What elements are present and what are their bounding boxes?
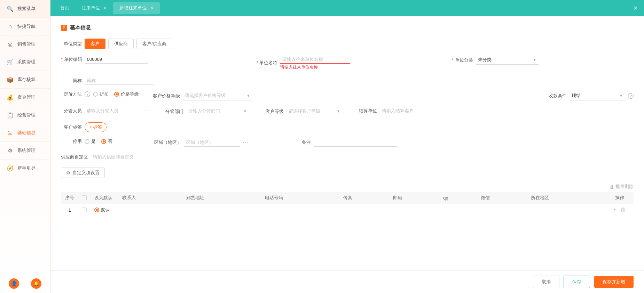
save-new-button[interactable]: 保存并新增 <box>594 276 634 288</box>
sidebar-item-quick-nav[interactable]: ⌂ 快捷导航 <box>0 18 50 35</box>
unit-name-input[interactable] <box>280 55 350 64</box>
tab-new-partner[interactable]: 新增往来单位 ✕ <box>113 2 160 14</box>
unit-category-select[interactable]: 未分类 ▼ <box>476 55 539 65</box>
select-all-checkbox[interactable] <box>82 195 87 200</box>
short-name-label: 简称 <box>61 78 82 84</box>
payment-terms-label: 收款条件 <box>546 93 567 99</box>
default-radio-circle[interactable] <box>94 207 99 212</box>
row-check <box>78 204 91 216</box>
manager-more-icon[interactable]: ··· <box>143 108 149 114</box>
price-level-chevron-icon: ▼ <box>246 93 250 98</box>
th-ops: 操作 <box>606 192 634 204</box>
footer: 取消 保存 保存并新增 <box>50 270 644 293</box>
th-seq: 序号 <box>61 192 78 204</box>
payment-terms-select[interactable]: 现结 ▼ <box>570 91 625 100</box>
remark-input[interactable] <box>314 138 397 147</box>
add-row-icon[interactable]: + <box>613 207 616 213</box>
user-avatar[interactable]: 👤 <box>9 278 19 289</box>
customer-price-level-select[interactable]: 请选择客户价格等级 ▼ <box>183 91 252 100</box>
custom-settings-button[interactable]: ⚙ 自定义项设置 <box>61 168 105 178</box>
default-radio-wrap: 默认 <box>94 207 115 213</box>
sidebar-item-basic[interactable]: 🗂 基础信息 <box>0 124 50 142</box>
tab-new-partner-close[interactable]: ✕ <box>150 6 154 10</box>
section-header: P 基本信息 <box>61 24 634 31</box>
row-checkbox[interactable] <box>82 207 87 212</box>
radio-price-level[interactable]: 价格等级 <box>114 91 139 97</box>
tab-partner-close[interactable]: ✕ <box>103 6 107 10</box>
delete-row-icon[interactable]: 🗑 <box>620 207 626 213</box>
unit-code-input[interactable] <box>85 55 148 64</box>
row-wechat <box>477 204 527 216</box>
remark-field: 备注 <box>290 138 397 147</box>
customer-level-select[interactable]: 请选择客户等级 ▼ <box>286 107 342 116</box>
customer-price-level-placeholder: 请选择客户价格等级 <box>185 92 226 99</box>
notification-icon[interactable]: 🔔 <box>31 278 41 289</box>
row-fax <box>340 204 390 216</box>
settlement-more-icon[interactable]: ··· <box>438 108 444 114</box>
sidebar-item-guide[interactable]: 🧭 新手引导 <box>0 160 50 177</box>
sidebar-label-system: 系统管理 <box>17 147 36 154</box>
sidebar-item-purchase[interactable]: 🛒 采购管理 <box>0 53 50 71</box>
sidebar-item-operation[interactable]: 📋 经营管理 <box>0 106 50 124</box>
sidebar-search[interactable]: 🔍 搜索菜单 <box>0 0 50 18</box>
unit-type-group: 客户 供应商 客户/供应商 <box>85 39 172 49</box>
tab-home[interactable]: 首页 <box>54 2 76 14</box>
disabled-radio-group: 是 否 <box>85 138 112 145</box>
unit-btn-both[interactable]: 客户/供应商 <box>136 39 172 49</box>
tab-new-partner-label: 新增往来单位 <box>119 5 147 11</box>
add-tag-button[interactable]: + 标签 <box>85 122 107 132</box>
manager-label: 分管人员 <box>61 108 82 114</box>
radio-discount[interactable]: 折扣 <box>93 91 109 97</box>
sidebar-item-inventory[interactable]: 📦 库存核算 <box>0 71 50 89</box>
settlement-input[interactable] <box>380 107 435 115</box>
supplier-custom-row: 供应商自定义 <box>61 153 634 161</box>
short-name-input[interactable] <box>85 76 154 85</box>
finance-icon: 💰 <box>6 93 14 101</box>
tab-partner[interactable]: 往来单位 ✕ <box>76 2 113 14</box>
sidebar-item-system[interactable]: ⚙ 系统管理 <box>0 142 50 160</box>
unit-name-label: 单位名称 <box>257 60 278 66</box>
form-content: P 基本信息 单位类型 客户 供应商 客户/供应商 单位编码 单位名称 <box>50 16 644 270</box>
cancel-button[interactable]: 取消 <box>533 276 559 288</box>
radio-yes[interactable]: 是 <box>85 138 96 145</box>
supplier-custom-field: 供应商自定义 <box>61 153 634 161</box>
unit-code-field: 单位编码 <box>61 55 243 64</box>
radio-yes-label: 是 <box>91 138 96 145</box>
pricing-method-field: 定价方法 ? 折扣 价格等级 <box>61 91 139 97</box>
custom-settings-label: 自定义项设置 <box>72 170 100 176</box>
radio-no-dot <box>103 140 105 143</box>
window-close-button[interactable]: ✕ <box>630 3 641 13</box>
manager-input[interactable] <box>85 107 140 115</box>
radio-price-level-label: 价格等级 <box>121 91 139 97</box>
section-title: 基本信息 <box>70 24 91 31</box>
contact-table: 序号 设为默认 联系人 到货地址 电话号码 <box>61 192 634 216</box>
sidebar-item-finance[interactable]: 💰 资金管理 <box>0 89 50 106</box>
sidebar-search-label: 搜索菜单 <box>17 6 36 12</box>
dept-label: 分管部门 <box>163 108 183 115</box>
region-input[interactable] <box>184 138 240 147</box>
row-email <box>390 204 440 216</box>
unit-name-field: 单位名称 请输入往来单位名称 <box>257 55 438 70</box>
payment-help-icon[interactable]: ? <box>628 93 634 99</box>
unit-btn-customer[interactable]: 客户 <box>85 39 105 49</box>
row-qq <box>440 204 477 216</box>
batch-delete-button[interactable]: 🗑 批量删除 <box>610 184 634 190</box>
region-more-icon[interactable]: ··· <box>243 139 248 146</box>
pricing-help-icon[interactable]: ? <box>85 91 90 97</box>
code-name-category-row: 单位编码 单位名称 请输入往来单位名称 单位分类 未分类 ▼ <box>61 55 634 70</box>
remark-label: 备注 <box>290 139 311 146</box>
customer-price-level-label: 客户价格等级 <box>153 93 180 99</box>
unit-type-field: 单位类型 客户 供应商 客户/供应商 <box>61 39 634 49</box>
table-toolbar: 🗑 批量删除 <box>61 184 634 190</box>
sidebar-item-sales[interactable]: ◎ 销售管理 <box>0 35 50 53</box>
supplier-custom-input[interactable] <box>91 153 181 161</box>
th-phone: 电话号码 <box>261 192 340 204</box>
unit-btn-supplier[interactable]: 供应商 <box>108 39 134 49</box>
sidebar-label-inventory: 库存核算 <box>17 76 36 83</box>
dept-select[interactable]: 请输入分管部门 ▼ <box>186 107 249 116</box>
radio-no[interactable]: 否 <box>101 138 112 145</box>
purchase-icon: 🛒 <box>6 58 14 66</box>
payment-terms-field: 收款条件 现结 ▼ ? <box>546 91 634 100</box>
settlement-field: 结算单位 ··· <box>356 107 444 115</box>
save-button[interactable]: 保存 <box>564 276 590 288</box>
